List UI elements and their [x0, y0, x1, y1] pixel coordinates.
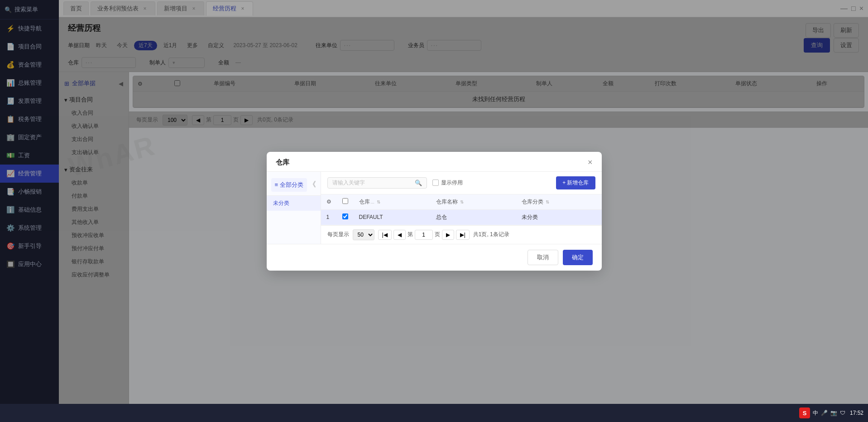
modal-col-code: 仓库... ⇅ — [354, 194, 431, 210]
modal-left-panel: ≡ 全部分类 《 未分类 — [267, 172, 321, 244]
modal-prev-page-btn[interactable]: ◀ — [393, 230, 406, 240]
modal-table: ⚙ 仓库... ⇅ 仓库名称 ⇅ 仓库分类 ⇅ 1 — [321, 194, 602, 225]
row-checkbox[interactable] — [337, 209, 354, 225]
modal-col-name: 仓库名称 ⇅ — [431, 194, 516, 210]
modal-body: ≡ 全部分类 《 未分类 🔍 — [267, 172, 602, 244]
modal-last-page-btn[interactable]: ▶| — [456, 230, 470, 240]
modal-page-input[interactable] — [415, 230, 433, 240]
modal-page-suffix: 页 — [435, 231, 440, 238]
modal-page-summary: 共1页, 1条记录 — [473, 231, 509, 238]
taskbar: S 中 🎤 📷 🛡 17:52 — [0, 404, 868, 422]
tray-ime-label[interactable]: 中 — [813, 409, 818, 417]
modal-table-wrap: ⚙ 仓库... ⇅ 仓库名称 ⇅ 仓库分类 ⇅ 1 — [321, 194, 602, 225]
modal-page-label: 第 — [408, 231, 413, 238]
row-code: DEFAULT — [354, 209, 431, 225]
modal-col-settings[interactable]: ⚙ — [321, 194, 337, 210]
modal-footer-btns: 取消 确定 — [267, 244, 602, 271]
show-disabled-checkbox[interactable] — [432, 179, 439, 186]
modal-col-checkbox[interactable] — [337, 194, 354, 210]
row-name: 总仓 — [431, 209, 516, 225]
tray-camera-icon[interactable]: 📷 — [830, 410, 837, 416]
modal-title: 仓库 — [276, 158, 289, 167]
row-select-checkbox[interactable] — [342, 213, 348, 219]
modal-search-icon: 🔍 — [415, 179, 422, 186]
tray-mic-icon[interactable]: 🎤 — [821, 410, 828, 416]
modal-toolbar: 🔍 显示停用 + 新增仓库 — [321, 172, 602, 194]
tray-shield-icon[interactable]: 🛡 — [840, 410, 845, 416]
category-list-icon: ≡ — [275, 181, 278, 188]
main-area: 首页 业务利润预估表 × 新增项目 × 经营历程 × — □ × — [59, 0, 868, 422]
modal-confirm-btn[interactable]: 确定 — [563, 250, 593, 265]
modal-header: 仓库 × — [267, 152, 602, 172]
modal-table-row[interactable]: 1 DEFAULT 总仓 未分类 — [321, 209, 602, 225]
modal-right-panel: 🔍 显示停用 + 新增仓库 — [321, 172, 602, 244]
modal-page-controls: |◀ ◀ 第 页 ▶ ▶| — [378, 230, 470, 240]
modal-col-category: 仓库分类 ⇅ — [516, 194, 602, 210]
modal-all-category[interactable]: ≡ 全部分类 — [271, 178, 307, 192]
modal-left-actions: ≡ 全部分类 《 — [267, 176, 321, 196]
row-index: 1 — [321, 209, 337, 225]
modal-collapse-btn[interactable]: 《 — [309, 180, 316, 189]
modal-first-page-btn[interactable]: |◀ — [378, 230, 392, 240]
taskbar-time: 17:52 — [850, 410, 863, 416]
all-category-label: 全部分类 — [280, 181, 303, 189]
modal-cancel-btn[interactable]: 取消 — [528, 250, 558, 265]
modal-pagination: 每页显示 50 |◀ ◀ 第 页 ▶ ▶| — [321, 225, 602, 244]
modal-search-input[interactable] — [332, 179, 412, 186]
show-disabled-text: 显示停用 — [441, 179, 463, 187]
add-warehouse-btn[interactable]: + 新增仓库 — [556, 176, 595, 189]
show-disabled-label[interactable]: 显示停用 — [432, 179, 463, 187]
modal-next-page-btn[interactable]: ▶ — [442, 230, 454, 240]
row-category: 未分类 — [516, 209, 602, 225]
modal-page-size-label: 每页显示 — [327, 231, 349, 238]
tray-icon-s[interactable]: S — [799, 407, 810, 418]
modal-page-size-select[interactable]: 50 — [353, 229, 374, 240]
modal-overlay: 仓库 × ≡ 全部分类 《 未分类 — [0, 0, 868, 422]
modal-close-btn[interactable]: × — [588, 158, 593, 166]
warehouse-modal: 仓库 × ≡ 全部分类 《 未分类 — [267, 152, 602, 271]
modal-search-box[interactable]: 🔍 — [327, 177, 427, 189]
modal-select-all[interactable] — [342, 198, 348, 204]
tray-area: S 中 🎤 📷 🛡 17:52 — [799, 407, 863, 418]
modal-category-uncategorized[interactable]: 未分类 — [267, 196, 321, 211]
